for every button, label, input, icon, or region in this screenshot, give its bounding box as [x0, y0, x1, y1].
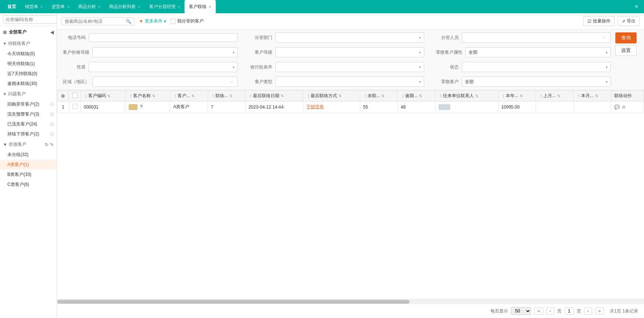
- my-customers-checkbox[interactable]: 我分管的客户: [171, 18, 204, 24]
- info-icon-2: ⓘ: [50, 112, 54, 117]
- filter-search-input[interactable]: [65, 19, 124, 24]
- sidebar-item-tomorrow[interactable]: 明天待联络(1): [0, 59, 57, 69]
- col-settings[interactable]: ⚙: [57, 91, 69, 102]
- customer-type-select[interactable]: ▾: [275, 77, 425, 87]
- col-name[interactable]: ：客户名称⇅: [125, 91, 170, 102]
- row-uncontacted: 55: [360, 102, 398, 113]
- dept-select[interactable]: ▾: [275, 32, 425, 43]
- col-checkbox[interactable]: [69, 91, 81, 102]
- edit-icon[interactable]: ✎: [50, 142, 54, 147]
- nav-tab-customer-segment[interactable]: 客户分层经营 ×: [145, 0, 185, 13]
- sort-icon-name: ⇅: [152, 94, 155, 98]
- sidebar-all-customers[interactable]: ⊞ 全部客户 ◀: [0, 26, 57, 38]
- first-page-btn[interactable]: «: [534, 307, 543, 315]
- col-contact-count[interactable]: ：联络...⇅: [208, 91, 246, 102]
- sidebar-item-today[interactable]: 今天待联络(0): [0, 49, 57, 59]
- filter-retail-customer: 零散客户 全部 ▾: [436, 77, 611, 87]
- sidebar-section-value[interactable]: ▼ 价值客户 ↻ ✎: [0, 139, 57, 150]
- sidebar-section-pending[interactable]: ▼ 待联络客户: [0, 38, 57, 49]
- col-this-month[interactable]: ：本月...⇅: [573, 91, 611, 102]
- nature-select[interactable]: ▾: [89, 62, 238, 72]
- scrollbar-thumb[interactable]: [57, 300, 409, 304]
- per-page-select[interactable]: 50 100 200: [511, 307, 531, 315]
- collapse-icon[interactable]: ◀: [50, 30, 54, 35]
- export-btn[interactable]: ↗ 导出: [618, 16, 640, 26]
- col-uncontacted[interactable]: ：未联...⇅: [360, 91, 398, 102]
- batch-btn[interactable]: ☑ 批量操作: [583, 16, 615, 26]
- row-select-checkbox[interactable]: [72, 104, 78, 109]
- sidebar-section-problems[interactable]: ▼ 问题客户: [0, 89, 57, 99]
- row-last-date: 2023-04-12 14:44:: [246, 102, 303, 113]
- retail-customer-select[interactable]: 全部 ▾: [462, 77, 611, 87]
- filter-more-btn[interactable]: ▼ 更多条件 ▾: [139, 18, 166, 24]
- sidebar-item-abnormal[interactable]: 回购异常客户(2) ⓘ: [0, 99, 57, 109]
- filter-search-icon[interactable]: 🔍: [126, 19, 131, 24]
- close-goods-list-tab[interactable]: ×: [138, 4, 140, 9]
- close-customer-contact-tab[interactable]: ×: [209, 4, 211, 9]
- nav-tab-goods-analysis[interactable]: 商品分析 ×: [74, 0, 105, 13]
- customer-table: ⚙ ：客户编码⇅ ：客户名称⇅ ：客户...⇅: [57, 90, 644, 113]
- sidebar-item-lost[interactable]: 已流失客户(24) ⓘ: [0, 119, 57, 129]
- filter-region: 区域（地区） ···: [63, 77, 238, 87]
- sort-icon-code: ⇅: [107, 94, 110, 98]
- col-overdue[interactable]: ：逾期...⇅: [398, 91, 436, 102]
- last-method-link[interactable]: 下销货单: [306, 104, 324, 109]
- nav-tab-home[interactable]: 首页: [3, 0, 21, 13]
- advanced-filters: 电话号码 分管部门 ▾ 分管人员: [57, 29, 644, 90]
- horizontal-scrollbar[interactable]: [57, 299, 644, 304]
- select-all-checkbox[interactable]: [72, 93, 78, 98]
- row-last-method[interactable]: 下销货单: [303, 102, 360, 113]
- sort-icon-last-month: ⇅: [557, 94, 560, 98]
- current-page[interactable]: 1: [565, 307, 574, 315]
- sidebar-item-class-c[interactable]: C类客户(6): [0, 180, 57, 190]
- close-sales-tab[interactable]: ×: [40, 4, 43, 9]
- sidebar-search-input[interactable]: [3, 15, 57, 24]
- col-year-amount[interactable]: ：本年...⇅: [498, 91, 536, 102]
- region-dots[interactable]: ···: [228, 79, 235, 84]
- close-customer-segment-tab[interactable]: ×: [178, 4, 180, 9]
- nav-tab-goods-list[interactable]: 商品分析列表 ×: [105, 0, 144, 13]
- row-checkbox[interactable]: [69, 102, 81, 113]
- prev-page-btn[interactable]: ‹: [546, 307, 554, 315]
- chat-icon[interactable]: 💬: [614, 105, 620, 110]
- price-level-select[interactable]: ▾: [92, 47, 238, 57]
- phone-input[interactable]: [89, 33, 238, 42]
- sidebar-item-unclassified[interactable]: 未分组(32): [0, 150, 57, 160]
- payment-select[interactable]: ▾: [275, 62, 425, 72]
- customer-level-select[interactable]: ▾: [275, 47, 425, 57]
- sidebar-item-churn-warning[interactable]: 流失预警客户(3) ⓘ: [0, 109, 57, 119]
- close-goods-analysis-tab[interactable]: ×: [98, 4, 100, 9]
- close-purchase-tab[interactable]: ×: [67, 4, 69, 9]
- nav-close-btn[interactable]: ×: [632, 3, 641, 10]
- sidebar-item-7days[interactable]: 近7天待联络(0): [0, 69, 57, 79]
- last-page-btn[interactable]: »: [595, 307, 604, 315]
- col-type[interactable]: ：客户...⇅: [170, 91, 208, 102]
- col-code[interactable]: ：客户编码⇅: [81, 91, 126, 102]
- filter-price-level: 客户价格等级 ▾: [63, 47, 238, 57]
- info-icon-3: ⓘ: [50, 122, 54, 127]
- checkbox-icon[interactable]: [171, 19, 176, 24]
- sidebar-item-overdue[interactable]: 逾期未联络(30): [0, 79, 57, 89]
- col-contacts[interactable]: ：往来单位联系人⇅: [435, 91, 498, 102]
- col-last-date[interactable]: ：最后联络日期⇅: [246, 91, 303, 102]
- more-action-icon[interactable]: ⊞: [622, 105, 626, 110]
- manager-dots[interactable]: ···: [601, 35, 608, 40]
- col-last-month[interactable]: ：上月...⇅: [536, 91, 574, 102]
- nav-tab-customer-contact[interactable]: 客户联络 ×: [185, 0, 215, 13]
- next-page-btn[interactable]: ›: [584, 307, 592, 315]
- col-last-method[interactable]: ：最后联络方式⇅: [303, 91, 360, 102]
- settings-icon[interactable]: ⚙: [61, 93, 65, 99]
- sidebar-item-declining[interactable]: 持续下滑客户(2) ⓘ: [0, 129, 57, 139]
- query-button[interactable]: 查询: [615, 32, 637, 43]
- sidebar-item-class-b[interactable]: B类客户(33): [0, 170, 57, 180]
- refresh-icon[interactable]: ↻: [45, 142, 49, 147]
- nav-tab-purchase[interactable]: 进货单 ×: [47, 0, 74, 13]
- retail-attr-select[interactable]: 全部 ▾: [465, 47, 611, 57]
- setting-button[interactable]: 设置: [615, 45, 637, 56]
- nav-tab-sales[interactable]: 销货单 ×: [21, 0, 47, 13]
- status-select[interactable]: ▾: [462, 62, 611, 72]
- filter-customer-type: 客户类型 ▾: [250, 77, 425, 87]
- filter-row-3: 性质 ▾ 收付款条件 ▾: [63, 62, 611, 72]
- sidebar-item-class-a[interactable]: A类客户(1): [0, 160, 57, 170]
- filter-manager: 分管人员 ···: [436, 32, 611, 43]
